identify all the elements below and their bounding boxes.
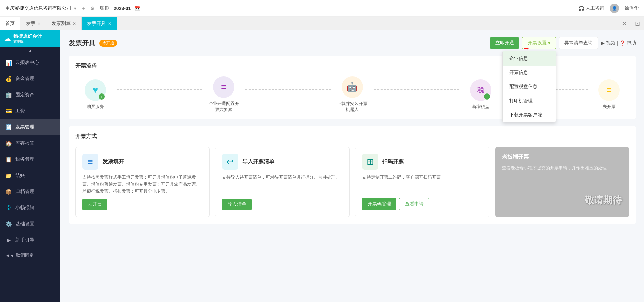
flow-connector-1 [117, 89, 202, 90]
dropdown-arrow-company[interactable]: ▾ [74, 6, 76, 11]
step4-badge: + [484, 93, 490, 100]
scan-view-btn[interactable]: 查看申请 [399, 198, 429, 210]
logo-text: 畅捷通好会计 [13, 33, 42, 39]
cloud-report-icon: 📊 [5, 59, 12, 66]
account-period-value: 2023-01 [114, 6, 131, 11]
calendar-icon[interactable]: 📅 [135, 6, 140, 11]
sidebar-item-invoice-mgmt[interactable]: 🧾 发票管理 [0, 119, 60, 135]
method-card-scan: ⊞ 扫码开票 支持定制开票二维码，客户端可扫码开票 开票码管理 查看申请 [355, 147, 489, 217]
method-title-boss: 老板端开票 [502, 154, 529, 161]
settings-btn-label: 开票设置 [528, 40, 547, 46]
video-btn[interactable]: ▶ 视频 | ❓ 帮助 [601, 40, 636, 46]
flow-step-2-label: 企业开通配置开票六要素 [207, 101, 241, 113]
pin-icon: ◄◄ [5, 253, 14, 258]
main-content: 发票开具 待开通 立即开通 开票设置 ▾ → [60, 30, 644, 302]
sidebar-item-cloud-report-label: 云报表中心 [15, 60, 39, 66]
play-icon: ▶ [601, 40, 605, 46]
sidebar-scroll-up[interactable]: ▲ [0, 47, 60, 54]
user-service[interactable]: 🎧 人工咨询 [578, 5, 604, 11]
help-label: 帮助 [627, 40, 636, 46]
flow-step-1-icon: ♥ + [85, 79, 106, 101]
sidebar-item-tax-mgmt-label: 税务管理 [15, 156, 34, 162]
import-list-btn[interactable]: 导入清单 [222, 199, 252, 210]
method-title-import: 导入开票清单 [242, 158, 274, 165]
sidebar-item-fund-mgmt[interactable]: 💰 资金管理 [0, 71, 60, 87]
tab-invoice[interactable]: 发票 ✕ [20, 17, 46, 30]
close-window-btn[interactable]: ✕ [618, 20, 631, 27]
help-icon: ❓ [619, 40, 625, 46]
tax-mgmt-icon: 📋 [5, 156, 12, 163]
invoice-methods-section: 开票方式 ≡ 发票填开 支持按照发票样式手工填开发票；可开具增值税电子普通发票、… [69, 126, 636, 224]
flow-step-4: 税 + 新增税盘 [461, 79, 501, 110]
flow-step-5-icon: ≡ [598, 79, 620, 101]
sidebar-item-fixed-assets[interactable]: 🏢 固定资产 [0, 87, 60, 103]
sidebar-item-inventory-label: 库存核算 [15, 140, 34, 146]
sidebar-item-inventory[interactable]: 🏠 库存核算 [0, 135, 60, 151]
page-title: 发票开具 [69, 39, 95, 48]
sidebar-bottom-label: 取消固定 [16, 252, 34, 258]
logo-icon: ☁ [4, 35, 11, 43]
tab-home[interactable]: 首页 [0, 17, 20, 30]
sidebar-item-settlement[interactable]: 📁 结账 [0, 167, 60, 184]
method-icon-manual: ≡ [82, 154, 98, 170]
flow-step-2: ≡ 企业开通配置开票六要素 [204, 76, 244, 113]
tab-invoice-open[interactable]: 发票开具 ✕ [82, 17, 117, 30]
settlement-icon: 📁 [5, 172, 12, 179]
sidebar-item-new-guide[interactable]: ▶ 新手引导 [0, 232, 60, 248]
sidebar-item-cloud-report[interactable]: 📊 云报表中心 [0, 54, 60, 71]
anomaly-btn[interactable]: 异常清单查询 [559, 37, 598, 49]
flow-step-5: ≡ 去开票 [589, 79, 629, 110]
sidebar-item-archive-label: 归档管理 [15, 189, 34, 195]
sidebar-bottom-action[interactable]: ◄◄ 取消固定 [0, 248, 60, 262]
sidebar-item-invoice-mgmt-label: 发票管理 [15, 124, 34, 130]
sidebar-item-fixed-assets-label: 固定资产 [15, 92, 34, 98]
dropdown-item-download-client[interactable]: 下载开票客户端 [503, 108, 556, 122]
tab-invoice-calc[interactable]: 发票测算 ✕ [46, 17, 82, 30]
sidebar-item-report-label: 小畅报销 [15, 205, 34, 211]
method-actions-import: 导入清单 [222, 199, 342, 210]
header-left: 重庆畅捷交通信息咨询有限公司 ▾ ＋ ⚙ 账期 2023-01 📅 [5, 4, 140, 12]
scan-qr-btn[interactable]: 开票码管理 [362, 198, 396, 210]
flow-step-1: ♥ + 购买服务 [75, 79, 116, 110]
method-actions-manual: 去开票 [82, 199, 203, 210]
sidebar-item-report[interactable]: © 小畅报销 [0, 200, 60, 216]
sidebar-item-tax-mgmt[interactable]: 📋 税务管理 [0, 151, 60, 167]
flow-step-4-icon: 税 + [470, 79, 491, 101]
account-period-label: 账期 [100, 5, 110, 11]
dropdown-item-tax-disk[interactable]: 配置税盘信息 [503, 80, 556, 94]
tab-invoice-close[interactable]: ✕ [37, 21, 41, 26]
flow-step-2-icon: ≡ [213, 76, 234, 98]
sidebar-item-archive[interactable]: 📦 归档管理 [0, 184, 60, 200]
top-bar: 重庆畅捷交通信息咨询有限公司 ▾ ＋ ⚙ 账期 2023-01 📅 🎧 人工咨询… [0, 0, 644, 17]
coming-soon-overlay: 敬请期待 [585, 194, 622, 207]
method-icon-scan: ⊞ [362, 154, 378, 170]
manual-go-btn[interactable]: 去开票 [82, 199, 107, 210]
pending-badge: 待开通 [99, 40, 117, 47]
headset-icon: 🎧 [578, 6, 584, 11]
maximize-btn[interactable]: ⊡ [631, 20, 644, 27]
method-desc-manual: 支持按照发票样式手工填开发票；可开具增值税电子普通发票、增值税普通发票、增值税专… [82, 174, 203, 195]
fund-mgmt-icon: 💰 [5, 75, 12, 82]
tab-invoice-calc-close[interactable]: ✕ [73, 21, 76, 26]
settings-icon[interactable]: ⚙ [90, 6, 95, 11]
method-header-manual: ≡ 发票填开 [82, 154, 203, 170]
flow-step-4-label: 新增税盘 [472, 104, 489, 110]
tab-invoice-label: 发票 [26, 21, 35, 27]
method-header-scan: ⊞ 扫码开票 [362, 154, 482, 170]
sidebar-item-basic-settings-label: 基础设置 [15, 221, 34, 227]
sidebar-item-payroll[interactable]: 💳 工资 [0, 103, 60, 119]
activate-btn[interactable]: 立即开通 [490, 37, 519, 49]
dropdown-item-printer[interactable]: 打印机管理 [503, 94, 556, 108]
payroll-icon: 💳 [5, 108, 12, 114]
archive-icon: 📦 [5, 188, 12, 195]
dropdown-item-company-info[interactable]: 企业信息 [503, 51, 556, 66]
method-card-boss: 老板端开票 查看老板端小程序提交的开票申请，并作出相应的处理 敬请期待 [495, 147, 629, 217]
add-company-btn[interactable]: ＋ [80, 4, 86, 12]
method-header-import: ↩ 导入开票清单 [222, 154, 342, 170]
tabs-bar: 首页 发票 ✕ 发票测算 ✕ 发票开具 ✕ ✕ ⊡ [0, 17, 644, 30]
tab-invoice-open-close[interactable]: ✕ [108, 21, 111, 26]
sidebar-item-basic-settings[interactable]: ⚙️ 基础设置 [0, 216, 60, 232]
sidebar-logo: ☁ 畅捷通好会计 旗舰版 [0, 30, 60, 47]
method-desc-boss: 查看老板端小程序提交的开票申请，并作出相应的处理 [502, 165, 607, 172]
dropdown-item-invoice-info[interactable]: 开票信息 [503, 66, 556, 80]
